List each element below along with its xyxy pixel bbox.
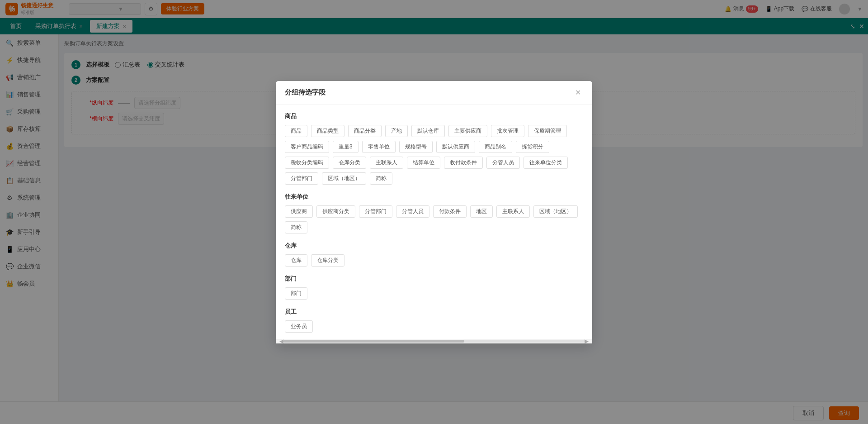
chip-区域地区[interactable]: 区域（地区） xyxy=(322,172,366,185)
chip-partner-分管人员[interactable]: 分管人员 xyxy=(396,205,429,218)
field-group-warehouse: 仓库 仓库 仓库分类 xyxy=(285,242,583,267)
modal-body[interactable]: 商品 商品 商品类型 商品分类 产地 默认仓库 主要供应商 批次管理 保质期管理… xyxy=(276,105,592,339)
field-group-warehouse-title: 仓库 xyxy=(285,242,583,250)
chip-税收分类编码[interactable]: 税收分类编码 xyxy=(285,157,329,169)
chip-partner-区域地区[interactable]: 区域（地区） xyxy=(533,205,578,218)
chip-业务员[interactable]: 业务员 xyxy=(285,320,313,333)
chip-供应商分类[interactable]: 供应商分类 xyxy=(316,205,355,218)
chip-规格型号[interactable]: 规格型号 xyxy=(399,141,433,153)
field-chips-employee: 业务员 xyxy=(285,320,583,333)
chip-默认供应商[interactable]: 默认供应商 xyxy=(436,141,475,153)
modal-scrollbar: ◀ ▶ xyxy=(276,339,592,343)
chip-重量3[interactable]: 重量3 xyxy=(333,141,359,153)
field-group-department-title: 部门 xyxy=(285,275,583,283)
chip-默认仓库[interactable]: 默认仓库 xyxy=(411,125,445,137)
field-group-goods-title: 商品 xyxy=(285,112,583,120)
chip-收付款条件[interactable]: 收付款条件 xyxy=(444,157,483,169)
scroll-right-arrow[interactable]: ▶ xyxy=(585,338,589,344)
field-group-employee: 员工 业务员 xyxy=(285,308,583,333)
field-group-employee-title: 员工 xyxy=(285,308,583,316)
chip-商品[interactable]: 商品 xyxy=(285,125,307,137)
field-chips-department: 部门 xyxy=(285,287,583,300)
field-group-goods: 商品 商品 商品类型 商品分类 产地 默认仓库 主要供应商 批次管理 保质期管理… xyxy=(285,112,583,185)
modal-overlay: 分组待选字段 ✕ 商品 商品 商品类型 商品分类 产地 默认仓库 主要供应商 批… xyxy=(0,0,868,424)
chip-付款条件[interactable]: 付款条件 xyxy=(433,205,467,218)
chip-供应商[interactable]: 供应商 xyxy=(285,205,313,218)
chip-仓库[interactable]: 仓库 xyxy=(285,254,307,267)
chip-零售单位[interactable]: 零售单位 xyxy=(362,141,396,153)
modal-close-button[interactable]: ✕ xyxy=(572,87,583,98)
field-chips-goods: 商品 商品类型 商品分类 产地 默认仓库 主要供应商 批次管理 保质期管理 客户… xyxy=(285,125,583,185)
chip-商品别名[interactable]: 商品别名 xyxy=(479,141,512,153)
modal-title: 分组待选字段 xyxy=(285,88,326,97)
chip-地区[interactable]: 地区 xyxy=(470,205,493,218)
chip-主联系人[interactable]: 主联系人 xyxy=(370,157,403,169)
chip-拣货积分[interactable]: 拣货积分 xyxy=(516,141,549,153)
chip-partner-主联系人[interactable]: 主联系人 xyxy=(496,205,530,218)
field-group-partner: 往来单位 供应商 供应商分类 分管部门 分管人员 付款条件 地区 主联系人 区域… xyxy=(285,193,583,233)
chip-保质期管理[interactable]: 保质期管理 xyxy=(528,125,567,137)
field-chips-warehouse: 仓库 仓库分类 xyxy=(285,254,583,267)
chip-产地[interactable]: 产地 xyxy=(385,125,408,137)
field-chips-partner: 供应商 供应商分类 分管部门 分管人员 付款条件 地区 主联系人 区域（地区） … xyxy=(285,205,583,233)
chip-仓库分类[interactable]: 仓库分类 xyxy=(333,157,366,169)
chip-客户商品编码[interactable]: 客户商品编码 xyxy=(285,141,329,153)
scroll-left-arrow[interactable]: ◀ xyxy=(279,338,283,344)
chip-简称[interactable]: 简称 xyxy=(370,172,392,185)
chip-主要供应商[interactable]: 主要供应商 xyxy=(448,125,487,137)
chip-批次管理[interactable]: 批次管理 xyxy=(491,125,524,137)
chip-往来单位分类[interactable]: 往来单位分类 xyxy=(524,157,568,169)
field-group-partner-title: 往来单位 xyxy=(285,193,583,201)
scroll-track xyxy=(283,340,585,343)
chip-分管部门[interactable]: 分管部门 xyxy=(285,172,318,185)
chip-分管人员[interactable]: 分管人员 xyxy=(486,157,520,169)
chip-partner-分管部门[interactable]: 分管部门 xyxy=(359,205,392,218)
field-group-department: 部门 部门 xyxy=(285,275,583,300)
scroll-thumb xyxy=(283,340,464,343)
chip-部门[interactable]: 部门 xyxy=(285,287,307,300)
chip-warehouse-仓库分类[interactable]: 仓库分类 xyxy=(311,254,344,267)
chip-商品类型[interactable]: 商品类型 xyxy=(311,125,344,137)
modal-dialog: 分组待选字段 ✕ 商品 商品 商品类型 商品分类 产地 默认仓库 主要供应商 批… xyxy=(276,81,592,343)
chip-partner-简称[interactable]: 简称 xyxy=(285,221,307,233)
modal-header: 分组待选字段 ✕ xyxy=(276,81,592,105)
chip-商品分类[interactable]: 商品分类 xyxy=(348,125,382,137)
chip-结算单位[interactable]: 结算单位 xyxy=(407,157,440,169)
